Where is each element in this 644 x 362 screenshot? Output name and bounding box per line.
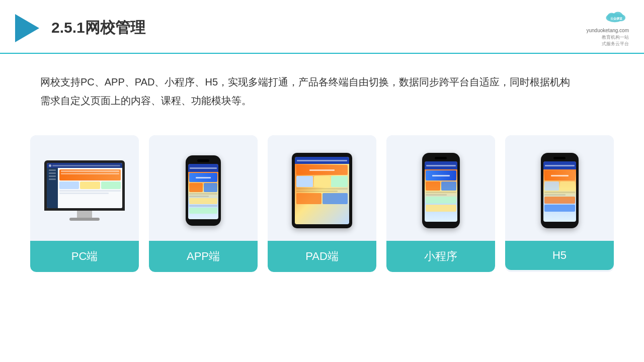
h5-phone-screen	[543, 161, 576, 222]
miniapp-phone-screen	[425, 161, 457, 222]
monitor-stand	[77, 211, 92, 218]
brand-cloud-icon: 云朵课堂	[604, 9, 629, 23]
description-block: 网校支持PC、APP、PAD、小程序、H5，实现多端打通，产品各终端自由切换，数…	[0, 54, 644, 120]
monitor-base	[69, 218, 100, 221]
phone-screen	[188, 164, 218, 219]
tablet-screen	[295, 157, 349, 224]
miniapp-phone-notch	[435, 157, 447, 159]
card-h5: H5	[505, 135, 614, 272]
card-app-image	[149, 135, 258, 241]
brand-pinyin: yunduoketang.com	[586, 27, 629, 34]
card-app: APP端	[149, 135, 258, 272]
card-pc-label: PC端	[30, 241, 139, 272]
brand-slogan: 教育机构一站 式服务云平台	[586, 34, 629, 47]
svg-text:云朵课堂: 云朵课堂	[610, 17, 623, 20]
card-miniapp-label: 小程序	[386, 241, 495, 272]
phone-notch	[197, 159, 209, 162]
card-pc-image	[30, 135, 139, 241]
header-right: 云朵课堂 yunduoketang.com 教育机构一站 式服务云平台	[586, 9, 629, 47]
page-title: 2.5.1网校管理	[51, 18, 145, 38]
pc-monitor-screen	[44, 160, 125, 211]
card-pad-label: PAD端	[268, 241, 376, 272]
pad-tablet-mockup	[292, 153, 352, 228]
platform-cards: PC端	[0, 125, 644, 287]
card-h5-image	[505, 135, 614, 241]
miniapp-phone-mockup	[422, 153, 460, 228]
card-app-label: APP端	[149, 241, 258, 272]
h5-phone-notch	[553, 157, 566, 159]
card-pc: PC端	[30, 135, 139, 272]
card-pad-image	[268, 135, 376, 241]
card-pad: PAD端	[268, 135, 376, 272]
header-left: 2.5.1网校管理	[15, 14, 145, 42]
page-header: 2.5.1网校管理 云朵课堂 yunduoketang.com 教育机构一站 式…	[0, 0, 644, 54]
description-line1: 网校支持PC、APP、PAD、小程序、H5，实现多端打通，产品各终端自由切换，数…	[40, 73, 604, 92]
h5-phone-mockup	[541, 153, 579, 228]
logo-triangle	[15, 14, 39, 42]
card-h5-label: H5	[505, 241, 614, 270]
app-phone-mockup	[186, 155, 221, 226]
card-miniapp-image	[386, 135, 495, 241]
description-line2: 需求自定义页面上的内容、课程、功能模块等。	[40, 92, 604, 110]
card-miniapp: 小程序	[386, 135, 495, 272]
